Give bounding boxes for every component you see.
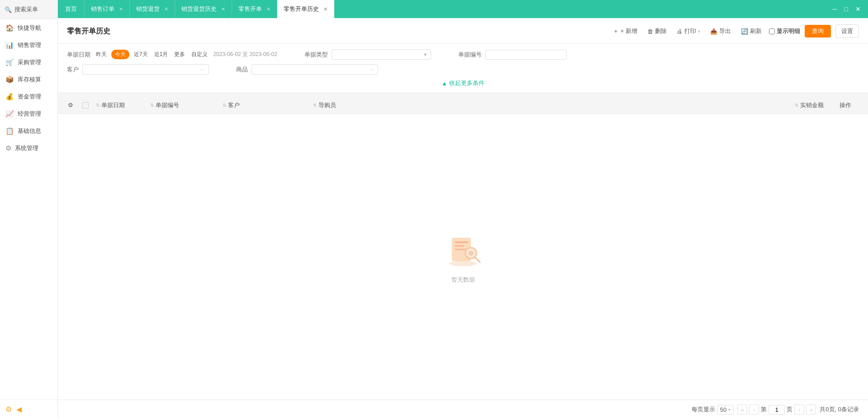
sidebar-item-label: 基础信息 [18, 127, 41, 135]
doc-num-label: 单据编号 [458, 51, 482, 59]
add-icon: ＋ [613, 27, 619, 35]
sidebar-item-basic-info[interactable]: 📋 基础信息 [0, 122, 57, 140]
refresh-label: 刷新 [750, 27, 762, 35]
goods-label: 商品 [236, 66, 248, 74]
sidebar-item-label: 库存核算 [18, 75, 41, 84]
query-button[interactable]: 查询 [805, 25, 831, 38]
box-icon: 📦 [5, 75, 14, 84]
page-unit-label: 页 [787, 405, 792, 414]
tab-sales-return-history[interactable]: 销货退货历史 ✕ [175, 0, 232, 18]
delete-button[interactable]: 🗑 删除 [645, 25, 669, 37]
tab-retail-history-label: 零售开单历史 [284, 5, 319, 13]
goods-dots-icon[interactable]: ··· [369, 66, 374, 73]
tab-retail-history-close[interactable]: ✕ [323, 6, 327, 12]
sidebar-item-purchase-mgmt[interactable]: 🛒 采购管理 [0, 54, 57, 71]
tab-sales-order[interactable]: 销售订单 ✕ [85, 0, 130, 18]
date-1month[interactable]: 近1月 [152, 50, 170, 59]
tab-sales-return-close[interactable]: ✕ [164, 6, 168, 12]
export-icon: 📤 [710, 28, 717, 35]
sidebar-item-quick-nav[interactable]: 🏠 快捷导航 [0, 19, 57, 37]
tab-retail-open[interactable]: 零售开单 ✕ [232, 0, 277, 18]
tab-retail-open-close[interactable]: ✕ [266, 6, 270, 12]
window-minimize-btn[interactable]: ─ [830, 5, 840, 13]
display-detail-wrap: 显示明细 [769, 27, 800, 35]
table-settings-icon[interactable]: ⚙ [68, 102, 73, 108]
tab-sales-return-history-close[interactable]: ✕ [221, 6, 225, 12]
date-custom[interactable]: 自定义 [190, 50, 209, 59]
select-all-checkbox[interactable] [82, 102, 89, 108]
sidebar-item-sys-mgmt[interactable]: ⚙ 系统管理 [0, 140, 57, 157]
sidebar-item-inventory[interactable]: 📦 库存核算 [0, 71, 57, 88]
settings-button[interactable]: 设置 [835, 24, 859, 38]
print-button[interactable]: 🖨 打印 ▾ [674, 25, 703, 37]
page-number-input[interactable] [768, 405, 785, 414]
date-7days[interactable]: 近7天 [132, 50, 150, 59]
window-close-btn[interactable]: ✕ [853, 5, 863, 13]
search-icon: 🔍 [5, 6, 12, 13]
tab-sales-return-label: 销货退货 [136, 5, 160, 13]
page-size-value: 50 [720, 406, 726, 413]
display-detail-checkbox[interactable] [769, 28, 775, 34]
page-first-icon: « [741, 406, 744, 413]
th-settings[interactable]: ⚙ [62, 102, 79, 108]
export-label: 导出 [719, 27, 731, 35]
goods-filter: 商品 ··· [236, 64, 378, 75]
per-page-label: 每页显示 [692, 405, 715, 414]
th-op-label: 操作 [840, 101, 851, 109]
th-num-label: 单据编号 [156, 101, 179, 109]
th-checkbox[interactable] [79, 102, 92, 108]
th-client[interactable]: ⇅ 客户 [219, 101, 309, 109]
delete-icon: 🗑 [647, 28, 653, 35]
page-title: 零售开单历史 [67, 27, 110, 42]
goods-input[interactable]: ··· [251, 64, 378, 75]
doc-num-input[interactable] [485, 50, 567, 60]
th-amount[interactable]: ⇅ 实销金额 [773, 101, 827, 109]
th-client-label: 客户 [228, 101, 240, 109]
page-size-dropdown[interactable]: 50 ▾ [717, 405, 734, 414]
customer-label: 客户 [67, 66, 79, 74]
page-prev-icon: ‹ [753, 406, 755, 413]
sidebar-item-finance[interactable]: 💰 资金管理 [0, 88, 57, 105]
cart-icon: 🛒 [5, 58, 14, 66]
page-last-btn[interactable]: » [806, 405, 816, 414]
table-wrap: ⚙ ⇅ 单据日期 ⇅ 单据编号 ⇅ 客户 ⇅ [58, 97, 868, 400]
tab-sales-order-close[interactable]: ✕ [119, 6, 123, 12]
page-next-icon: › [798, 406, 800, 413]
th-guide[interactable]: ⇅ 导购员 [309, 101, 364, 109]
th-date[interactable]: ⇅ 单据日期 [92, 101, 147, 109]
sidebar-item-ops-mgmt[interactable]: 📈 经营管理 [0, 105, 57, 122]
customer-dots-icon[interactable]: ··· [200, 66, 205, 73]
ops-icon: 📈 [5, 110, 14, 118]
empty-text: 暂无数据 [451, 276, 475, 284]
date-more[interactable]: 更多 [172, 50, 187, 59]
doc-type-select[interactable]: ▾ [332, 49, 431, 60]
date-today[interactable]: 今天 [111, 50, 129, 59]
settings-bottom-icon[interactable]: ⚙ [5, 405, 12, 414]
sort-icon-num: ⇅ [150, 103, 154, 108]
goods-input-field[interactable] [256, 66, 367, 73]
doc-num-input-field[interactable] [489, 52, 563, 58]
page-next-btn[interactable]: › [794, 405, 804, 414]
sidebar-search[interactable]: 🔍 搜索采单 [0, 0, 57, 19]
filter-row-2: 客户 ··· 商品 ··· [67, 64, 859, 75]
window-controls: ─ □ ✕ [825, 5, 868, 13]
window-maximize-btn[interactable]: □ [842, 5, 851, 13]
sidebar-item-sales-mgmt[interactable]: 📊 销售管理 [0, 37, 57, 54]
add-button[interactable]: ＋ + 新增 [610, 25, 640, 37]
filter-collapse-btn[interactable]: ▲ 收起更多条件 [67, 79, 859, 87]
tab-sales-return[interactable]: 销货退货 ✕ [130, 0, 175, 18]
empty-icon [443, 230, 484, 270]
tab-home[interactable]: 首页 [58, 0, 85, 18]
date-yesterday[interactable]: 昨天 [94, 50, 109, 59]
customer-input-field[interactable] [86, 66, 198, 73]
doc-icon: 📋 [5, 127, 14, 135]
refresh-button[interactable]: 🔄 刷新 [738, 25, 764, 37]
tab-retail-history[interactable]: 零售开单历史 ✕ [277, 0, 334, 18]
page-first-btn[interactable]: « [737, 405, 747, 414]
page-prev-btn[interactable]: ‹ [749, 405, 759, 414]
th-num[interactable]: ⇅ 单据编号 [147, 101, 219, 109]
customer-input[interactable]: ··· [82, 64, 209, 75]
doc-type-label: 单据类型 [304, 51, 328, 59]
collapse-sidebar-icon[interactable]: ◀ [16, 405, 22, 414]
export-button[interactable]: 📤 导出 [707, 25, 734, 37]
